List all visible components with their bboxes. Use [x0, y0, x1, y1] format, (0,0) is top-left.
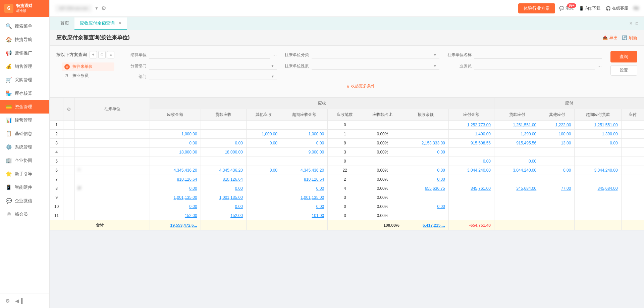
- row-ar-loan[interactable]: 810,126.64: [201, 175, 246, 184]
- unit-nature-select[interactable]: ▼: [312, 63, 439, 70]
- row-ap-amount[interactable]: 915,508.56: [448, 139, 494, 148]
- table-wrapper[interactable]: ⚙ 往来单位 应收 应付 应收金额 贷款应收 其他应收 超期应收金额 应收笔数 …: [50, 97, 644, 230]
- customer-service-button[interactable]: 🎧 在线客服: [606, 5, 628, 11]
- sidebar-item-system[interactable]: ⚙️ 系统管理: [0, 140, 49, 154]
- row-ar-loan[interactable]: 0.00: [201, 202, 246, 211]
- row-ap-other[interactable]: 1,222.00: [540, 121, 575, 130]
- app-download-button[interactable]: 📱 App下载: [579, 5, 600, 11]
- export-button[interactable]: 📤 导出: [602, 35, 618, 41]
- total-ar-amount[interactable]: 19,553,472,6...: [150, 220, 201, 230]
- sidebar-item-finance[interactable]: 💳 资金管理: [0, 100, 49, 114]
- sidebar-item-member[interactable]: ♾ 畅会员: [0, 208, 49, 221]
- tab-close-icon[interactable]: ✕: [118, 20, 122, 26]
- sidebar-item-marketing[interactable]: 📢 营销推广: [0, 46, 49, 60]
- row-ar-amount[interactable]: 1,001,135.00: [150, 193, 201, 202]
- sidebar-item-corp-collab[interactable]: 🏢 企业协同: [0, 154, 49, 167]
- salesman-dots[interactable]: ···: [597, 63, 602, 69]
- row-ap-other[interactable]: 77.00: [540, 184, 575, 193]
- row-ar-overdue[interactable]: 0.00: [281, 139, 328, 148]
- row-ar-overdue[interactable]: 0.00: [281, 202, 328, 211]
- tab-ar-ap[interactable]: 应收应付余额查询 ✕: [74, 17, 127, 30]
- row-ap-other[interactable]: 100.00: [540, 130, 575, 139]
- col-settings[interactable]: ⚙: [63, 98, 75, 121]
- tab-home[interactable]: 首页: [55, 17, 74, 30]
- row-ap-amount[interactable]: 1,490.00: [448, 130, 494, 139]
- row-ap-overdue[interactable]: 345,684.00: [575, 184, 621, 193]
- row-ap-other[interactable]: 13.00: [540, 139, 575, 148]
- unit-category-select[interactable]: ▼: [312, 52, 439, 58]
- row-ar-loan[interactable]: 0.00: [201, 139, 246, 148]
- row-ar-amount[interactable]: 18,000.00: [150, 148, 201, 157]
- row-ar-overdue[interactable]: 101.00: [281, 211, 328, 220]
- row-ar-amount[interactable]: 810,126.64: [150, 175, 201, 184]
- notice-button[interactable]: 💬 消息 99+: [559, 5, 574, 11]
- sidebar-item-inventory[interactable]: 🏪 库存核算: [0, 87, 49, 100]
- row-ap-loan[interactable]: 0.00: [494, 157, 540, 166]
- sidebar-item-quick-nav[interactable]: 🏠 快捷导航: [0, 33, 49, 46]
- row-ar-loan[interactable]: 0.00: [201, 184, 246, 193]
- row-ap-amount[interactable]: 345,761.00: [448, 184, 494, 193]
- row-ar-amount[interactable]: 0.00: [150, 202, 201, 211]
- settlement-unit-input[interactable]: [149, 51, 270, 59]
- row-ar-prepaid[interactable]: 0.00: [403, 166, 448, 175]
- row-ar-prepaid[interactable]: 2,153,333.00: [403, 139, 448, 148]
- row-ap-overdue[interactable]: 0.00: [575, 139, 621, 148]
- row-ar-other[interactable]: 1,000.00: [246, 130, 281, 139]
- row-ar-prepaid[interactable]: 655,636.75: [403, 184, 448, 193]
- collapse-button[interactable]: ∧ 收起更多条件: [120, 83, 602, 89]
- row-ar-overdue[interactable]: 810,126.64: [281, 175, 328, 184]
- row-ar-prepaid[interactable]: 0.00: [403, 148, 448, 157]
- sidebar-item-smart-hw[interactable]: 📱 智能硬件: [0, 181, 49, 194]
- row-ar-amount[interactable]: 0.00: [150, 184, 201, 193]
- row-ar-loan[interactable]: 4,345,436.20: [201, 166, 246, 175]
- tab-expand-icon[interactable]: ⊡: [635, 21, 639, 26]
- search-tab-by-staff[interactable]: ⏱ 按业务员: [62, 72, 114, 80]
- promotion-button[interactable]: 体验行业方案: [518, 3, 555, 13]
- row-ap-overdue[interactable]: 3,044,240.00: [575, 166, 621, 175]
- row-ar-amount[interactable]: 152.00: [150, 211, 201, 220]
- topbar-dropdown-arrow[interactable]: ▼: [95, 6, 99, 11]
- row-ar-other[interactable]: 0.00: [246, 139, 281, 148]
- settings-button[interactable]: 设置: [610, 65, 637, 76]
- refresh-button[interactable]: 🔄 刷新: [622, 35, 637, 41]
- salesman-input[interactable]: [474, 62, 595, 70]
- row-ap-loan[interactable]: 1,251,551.00: [494, 121, 540, 130]
- sidebar-item-basic-info[interactable]: 📋 基础信息: [0, 127, 49, 140]
- row-ap-loan[interactable]: 915,495.56: [494, 139, 540, 148]
- sidebar-item-operation[interactable]: 📊 经营管理: [0, 114, 49, 127]
- row-ap-loan[interactable]: 1,390.00: [494, 130, 540, 139]
- topbar-user[interactable]: Rit: [634, 6, 639, 11]
- row-ap-loan[interactable]: 3,044,240.00: [494, 166, 540, 175]
- scheme-back-button[interactable]: «: [107, 51, 114, 58]
- row-ap-amount[interactable]: 0.00: [448, 157, 494, 166]
- sidebar-item-purchase[interactable]: 🛒 采购管理: [0, 73, 49, 87]
- search-tab-by-unit[interactable]: ⊕ 按往来单位: [62, 62, 114, 71]
- row-ap-amount[interactable]: 3,044,240.00: [448, 166, 494, 175]
- row-ar-overdue[interactable]: 4,345,436.20: [281, 166, 328, 175]
- sidebar-item-beginner[interactable]: 🌟 新手引导: [0, 167, 49, 181]
- row-ar-amount[interactable]: 4,345,436.20: [150, 166, 201, 175]
- row-ar-loan[interactable]: 152.00: [201, 211, 246, 220]
- sidebar-item-search-menu[interactable]: 🔍 搜索菜单: [0, 19, 49, 33]
- row-ap-overdue[interactable]: 1,251,551.00: [575, 121, 621, 130]
- scheme-add-button[interactable]: +: [90, 51, 97, 58]
- department-select[interactable]: ▼: [149, 73, 277, 80]
- row-ar-prepaid[interactable]: 0.00: [403, 175, 448, 184]
- unit-name-input[interactable]: [474, 51, 602, 59]
- row-ar-overdue[interactable]: 0.00: [281, 184, 328, 193]
- row-ar-amount[interactable]: 0.00: [150, 139, 201, 148]
- row-ap-other[interactable]: 0.00: [540, 166, 575, 175]
- row-ar-amount[interactable]: 1,000.00: [150, 130, 201, 139]
- row-ar-other[interactable]: 0.00: [246, 166, 281, 175]
- scheme-settings-button[interactable]: ⊙: [98, 51, 106, 58]
- row-ar-overdue[interactable]: 1,001,135.00: [281, 193, 328, 202]
- row-ar-overdue[interactable]: 9,000.00: [281, 148, 328, 157]
- sidebar-item-wechat[interactable]: 💬 企业微信: [0, 194, 49, 208]
- row-ap-amount[interactable]: 1,252,773.00: [448, 121, 494, 130]
- topbar-gear-icon[interactable]: ⚙: [101, 5, 106, 11]
- row-ar-loan[interactable]: 1,001,135.00: [201, 193, 246, 202]
- tab-close-window-icon[interactable]: ✕: [629, 21, 633, 26]
- query-button[interactable]: 查询: [610, 51, 637, 62]
- row-ap-loan[interactable]: 345,684.00: [494, 184, 540, 193]
- dept-select[interactable]: ▼: [149, 63, 277, 70]
